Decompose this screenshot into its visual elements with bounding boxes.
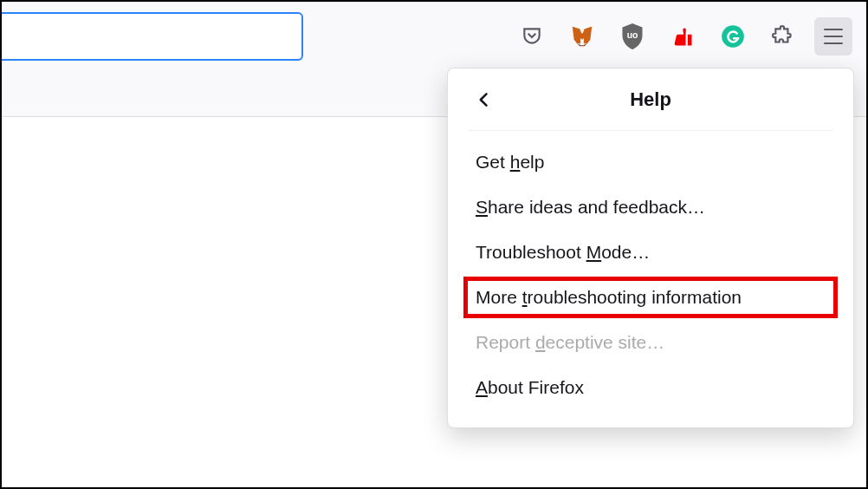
help-submenu-panel: Help Get helpShare ideas and feedback…Tr… (447, 68, 854, 428)
metamask-icon[interactable] (563, 17, 601, 55)
menu-item-0[interactable]: Get help (448, 140, 853, 185)
svg-text:uo: uo (627, 30, 638, 40)
pocket-icon[interactable] (513, 17, 551, 55)
menu-title: Help (469, 88, 832, 111)
extensions-icon[interactable] (764, 17, 802, 55)
menu-item-2[interactable]: Troubleshoot Mode… (448, 230, 853, 275)
menu-item-1[interactable]: Share ideas and feedback… (448, 185, 853, 230)
svg-point-7 (722, 25, 744, 48)
dislike-icon[interactable] (664, 17, 702, 55)
menu-item-5[interactable]: About Firefox (448, 365, 853, 410)
menu-item-3[interactable]: More troubleshooting information (448, 275, 853, 320)
browser-toolbar: uo (2, 2, 866, 69)
menu-item-list: Get helpShare ideas and feedback…Trouble… (448, 131, 853, 410)
grammarly-icon[interactable] (714, 17, 752, 55)
menu-icon[interactable] (814, 17, 852, 55)
highlight-box (463, 277, 838, 318)
menu-item-4: Report deceptive site… (448, 320, 853, 365)
svg-marker-4 (573, 27, 593, 44)
menu-back-button[interactable] (469, 84, 500, 115)
ublock-icon[interactable]: uo (613, 17, 651, 55)
url-input[interactable] (2, 12, 303, 61)
toolbar-icon-group: uo (513, 17, 852, 55)
